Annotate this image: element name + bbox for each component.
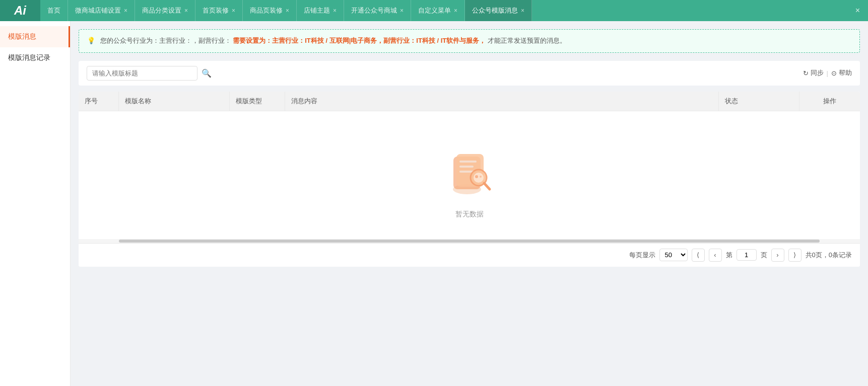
search-input[interactable] [87, 66, 197, 81]
prev-page-button[interactable]: ‹ [709, 249, 722, 262]
page-suffix: 页 [761, 251, 767, 260]
search-left: 🔍 [87, 66, 212, 81]
th-status: 状态 [719, 92, 799, 111]
svg-rect-4 [459, 166, 474, 168]
help-label: 帮助 [839, 68, 852, 78]
svg-point-7 [474, 173, 484, 183]
top-nav: Ai 首页微商城店铺设置×商品分类设置×首页装修×商品页装修×店铺主题×开通公众… [0, 0, 868, 21]
th-content: 消息内容 [285, 92, 719, 111]
table-header: 序号模版名称模版类型消息内容状态操作 [79, 92, 860, 111]
tab-bar: 首页微商城店铺设置×商品分类设置×首页装修×商品页装修×店铺主题×开通公众号商城… [40, 0, 847, 21]
tab-close-category-settings[interactable]: × [184, 7, 188, 14]
per-page-select[interactable]: 102050100 [659, 249, 688, 261]
pagination-area: 每页显示 102050100 ⟨ ‹ 第 页 › ⟩ 共0页，0条记录 [79, 243, 860, 267]
search-bar: 🔍 ↻ 同步 | ⊙ 帮助 [79, 61, 860, 86]
tab-close-product-decoration[interactable]: × [286, 7, 289, 14]
sidebar: 模版消息模版消息记录 [0, 21, 71, 386]
empty-text: 暂无数据 [455, 210, 484, 219]
global-close-button[interactable]: × [847, 6, 868, 15]
notice-suffix: 才能正常发送预置的消息。 [488, 37, 566, 44]
page-total: 共0页，0条记录 [806, 251, 852, 260]
svg-line-8 [484, 183, 490, 189]
scrollbar-thumb[interactable] [119, 240, 820, 243]
tab-home[interactable]: 首页 [40, 0, 68, 21]
sync-button[interactable]: ↻ 同步 [803, 68, 824, 78]
sidebar-item-template-msg[interactable]: 模版消息 [0, 26, 70, 47]
horizontal-scrollbar[interactable] [79, 239, 860, 243]
tab-store-theme[interactable]: 店铺主题× [297, 0, 344, 21]
tab-home-decoration[interactable]: 首页装修× [195, 0, 243, 21]
sync-label: 同步 [811, 68, 824, 78]
sync-icon: ↻ [803, 69, 809, 77]
svg-point-10 [480, 176, 482, 178]
logo: Ai [0, 0, 40, 21]
tab-shop-settings[interactable]: 微商城店铺设置× [68, 0, 135, 21]
th-name: 模版名称 [119, 92, 230, 111]
search-button[interactable]: 🔍 [202, 68, 212, 78]
content-area: 💡 您的公众号行业为：主营行业：，副营行业： 需要设置为：主营行业：IT科技 /… [71, 21, 868, 386]
main-layout: 模版消息模版消息记录 💡 您的公众号行业为：主营行业：，副营行业： 需要设置为：… [0, 21, 868, 386]
tab-template-message[interactable]: 公众号模版消息× [465, 0, 532, 21]
per-page-label: 每页显示 [629, 251, 655, 260]
last-page-button[interactable]: ⟩ [788, 249, 802, 262]
svg-point-9 [475, 175, 478, 178]
notice-box: 💡 您的公众号行业为：主营行业：，副营行业： 需要设置为：主营行业：IT科技 /… [79, 29, 860, 53]
tab-product-decoration[interactable]: 商品页装修× [243, 0, 297, 21]
page-label: 第 [726, 251, 732, 260]
next-page-button[interactable]: › [771, 249, 784, 262]
help-icon: ⊙ [831, 69, 837, 77]
tab-open-mall[interactable]: 开通公众号商城× [344, 0, 411, 21]
tab-close-home-decoration[interactable]: × [232, 7, 235, 14]
tab-category-settings[interactable]: 商品分类设置× [135, 0, 195, 21]
tab-close-custom-menu[interactable]: × [454, 7, 457, 14]
empty-icon [439, 141, 500, 202]
search-icon: 🔍 [202, 69, 212, 78]
tab-close-store-theme[interactable]: × [333, 7, 337, 14]
notice-prefix: 您的公众号行业为：主营行业：，副营行业： [100, 37, 231, 44]
page-input[interactable] [737, 249, 757, 261]
tab-close-shop-settings[interactable]: × [124, 7, 127, 14]
th-seq: 序号 [79, 92, 119, 111]
first-page-button[interactable]: ⟨ [692, 249, 705, 262]
notice-icon: 💡 [87, 37, 95, 44]
th-action: 操作 [799, 92, 860, 111]
tab-close-template-message[interactable]: × [521, 7, 524, 14]
tab-close-open-mall[interactable]: × [400, 7, 404, 14]
table-container: 序号模版名称模版类型消息内容状态操作 [79, 92, 860, 267]
tab-custom-menu[interactable]: 自定义菜单× [411, 0, 465, 21]
th-type: 模版类型 [230, 92, 285, 111]
sidebar-item-template-msg-record[interactable]: 模版消息记录 [0, 47, 70, 68]
empty-state: 暂无数据 [79, 111, 860, 239]
notice-highlight: 需要设置为：主营行业：IT科技 / 互联网|电子商务，副营行业：IT科技 / I… [233, 37, 486, 44]
toolbar-divider: | [827, 69, 828, 77]
svg-rect-3 [459, 161, 477, 163]
toolbar-right: ↻ 同步 | ⊙ 帮助 [803, 68, 852, 78]
help-button[interactable]: ⊙ 帮助 [831, 68, 852, 78]
